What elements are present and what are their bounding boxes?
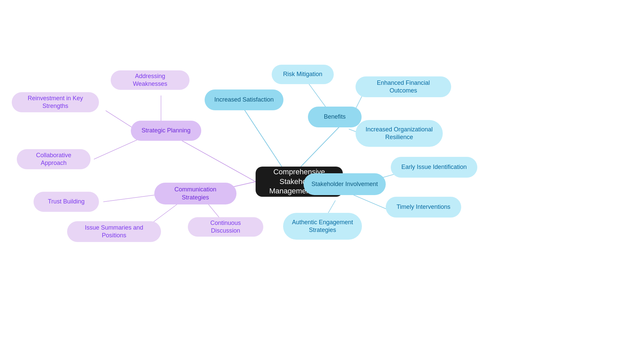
svg-line-7 bbox=[94, 137, 143, 159]
reinvestment-node: Reinvestment in Key Strengths bbox=[12, 92, 99, 112]
benefits-label: Benefits bbox=[324, 113, 345, 121]
continuous-discussion-label: Continuous Discussion bbox=[195, 219, 256, 235]
strategic-planning-label: Strategic Planning bbox=[142, 127, 191, 134]
timely-interventions-node: Timely Interventions bbox=[386, 197, 461, 218]
increased-satisfaction-label: Increased Satisfaction bbox=[214, 96, 274, 104]
trust-building-label: Trust Building bbox=[48, 198, 85, 205]
issue-summaries-label: Issue Summaries and Positions bbox=[74, 224, 154, 240]
stakeholder-involvement-label: Stakeholder Involvement bbox=[311, 180, 378, 188]
authentic-engagement-label: Authentic Engagement Strategies bbox=[292, 219, 353, 234]
svg-line-15 bbox=[352, 194, 389, 210]
enhanced-financial-node: Enhanced Financial Outcomes bbox=[356, 76, 451, 97]
early-issue-node: Early Issue Identification bbox=[391, 157, 477, 178]
strategic-planning-node: Strategic Planning bbox=[131, 121, 201, 141]
benefits-node: Benefits bbox=[308, 107, 362, 127]
early-issue-label: Early Issue Identification bbox=[401, 163, 467, 171]
collaborative-node: Collaborative Approach bbox=[17, 149, 91, 169]
risk-mitigation-node: Risk Mitigation bbox=[272, 65, 334, 84]
addressing-weaknesses-node: Addressing Weaknesses bbox=[111, 70, 190, 90]
addressing-weaknesses-label: Addressing Weaknesses bbox=[118, 72, 182, 88]
increased-org-label: Increased Organizational Resilience bbox=[363, 126, 435, 141]
authentic-engagement-node: Authentic Engagement Strategies bbox=[283, 213, 362, 240]
stakeholder-involvement-node: Stakeholder Involvement bbox=[304, 173, 386, 195]
increased-org-node: Increased Organizational Resilience bbox=[356, 120, 443, 147]
increased-satisfaction-node: Increased Satisfaction bbox=[205, 89, 283, 110]
trust-building-node: Trust Building bbox=[34, 192, 99, 212]
communication-node: Communication Strategies bbox=[154, 183, 236, 204]
timely-interventions-label: Timely Interventions bbox=[396, 203, 450, 211]
enhanced-financial-label: Enhanced Financial Outcomes bbox=[363, 79, 444, 95]
risk-mitigation-label: Risk Mitigation bbox=[283, 70, 322, 78]
issue-summaries-node: Issue Summaries and Positions bbox=[67, 221, 161, 242]
svg-line-2 bbox=[301, 126, 340, 167]
reinvestment-label: Reinvestment in Key Strengths bbox=[19, 95, 92, 110]
communication-label: Communication Strategies bbox=[162, 186, 229, 201]
svg-line-0 bbox=[176, 137, 256, 182]
continuous-discussion-node: Continuous Discussion bbox=[188, 217, 263, 237]
svg-line-4 bbox=[243, 108, 282, 167]
collaborative-label: Collaborative Approach bbox=[24, 152, 83, 167]
